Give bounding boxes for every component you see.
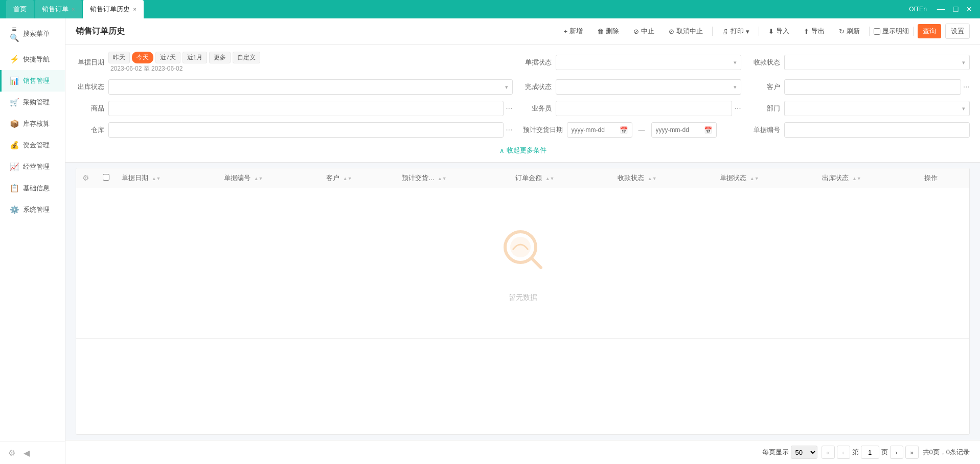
sidebar-item-finance-mgmt[interactable]: 💰 资金管理 [0, 135, 65, 156]
date-tag-yesterday[interactable]: 昨天 [108, 52, 130, 63]
outbound-sort-icon[interactable]: ▲▼ [852, 176, 861, 181]
completion-status-select[interactable]: ▾ [556, 79, 741, 95]
th-date-label: 单据日期 [122, 174, 148, 182]
order-no-label: 单据编号 [751, 125, 780, 135]
department-arrow: ▾ [962, 105, 965, 112]
tab-sales-order-history-label: 销售订单历史 [90, 5, 130, 14]
sidebar-settings-icon[interactable]: ⚙ [8, 448, 15, 458]
page-size-dropdown[interactable]: 50 10 20 100 [791, 446, 817, 459]
delivery-date-from[interactable]: 📅 [567, 122, 632, 138]
collapse-button[interactable]: ∧ 收起更多条件 [499, 146, 546, 155]
close-button[interactable]: × [964, 3, 974, 16]
print-label: 打印 [731, 27, 744, 36]
page-header: 销售订单历史 + 新增 🗑 删除 ⊘ 中止 ⊘ 取消中止 [65, 18, 980, 45]
customer-input[interactable] [784, 79, 961, 95]
basic-info-icon: 📋 [10, 184, 19, 193]
import-button[interactable]: ⬇ 导入 [763, 24, 794, 38]
select-all-checkbox[interactable] [103, 174, 109, 181]
order-status-sort-icon[interactable]: ▲▼ [750, 176, 759, 181]
cancel-stop-button[interactable]: ⊘ 取消中止 [664, 24, 708, 38]
department-select[interactable]: ▾ [784, 101, 970, 116]
customer-dots[interactable]: ··· [963, 82, 970, 92]
inventory-check-icon: 📦 [10, 119, 19, 128]
sidebar-item-sales-mgmt[interactable]: 📊 销售管理 [0, 70, 65, 92]
separator-2 [759, 27, 759, 36]
th-order-status: 单据状态 ▲▼ [714, 168, 816, 188]
tab-sales-order[interactable]: 销售订单 × [35, 0, 82, 18]
delivery-sort-icon[interactable]: ▲▼ [438, 176, 447, 181]
delete-button[interactable]: 🗑 删除 [592, 24, 624, 38]
date-tag-today[interactable]: 今天 [132, 52, 153, 63]
payment-sort-icon[interactable]: ▲▼ [648, 176, 657, 181]
date-tag-custom[interactable]: 自定义 [233, 52, 260, 63]
order-no-sort-icon[interactable]: ▲▼ [254, 176, 263, 181]
order-no-input[interactable] [784, 122, 970, 138]
query-button[interactable]: 查询 [918, 24, 941, 38]
last-page-button[interactable]: » [905, 446, 919, 459]
page-size-label: 每页显示 [762, 448, 789, 457]
filter-order-no: 单据编号 [751, 122, 970, 138]
refresh-button[interactable]: ↻ 刷新 [834, 24, 865, 38]
th-operation-label: 操作 [924, 174, 938, 182]
maximize-button[interactable]: □ [951, 4, 961, 15]
first-page-button[interactable]: « [822, 446, 835, 459]
sidebar-bottom: ⚙ ◀ [0, 441, 65, 464]
content-area: 销售订单历史 + 新增 🗑 删除 ⊘ 中止 ⊘ 取消中止 [65, 18, 980, 464]
calendar-to-icon[interactable]: 📅 [704, 126, 712, 134]
date-tag-last1m[interactable]: 近1月 [183, 52, 208, 63]
payment-status-select[interactable]: ▾ [784, 55, 970, 70]
date-tag-last7[interactable]: 近7天 [155, 52, 180, 63]
sidebar-item-quick-nav[interactable]: ⚡ 快捷导航 [0, 49, 65, 70]
warehouse-dots[interactable]: ··· [506, 125, 512, 135]
sidebar-collapse-icon[interactable]: ◀ [24, 448, 30, 458]
calendar-from-icon[interactable]: 📅 [620, 126, 628, 134]
tab-sales-order-close[interactable]: × [72, 6, 75, 12]
tab-sales-order-history-close[interactable]: × [133, 6, 136, 12]
stop-button[interactable]: ⊘ 中止 [628, 24, 659, 38]
settings-button[interactable]: 设置 [945, 24, 970, 39]
sidebar-item-search-menu[interactable]: ≡🔍 搜索菜单 [0, 18, 65, 49]
delivery-date-to[interactable]: 📅 [651, 122, 717, 138]
sidebar-item-basic-info[interactable]: 📋 基础信息 [0, 178, 65, 199]
print-button[interactable]: 🖨 打印 ▾ [717, 24, 755, 38]
customer-sort-icon[interactable]: ▲▼ [343, 176, 352, 181]
table-header-row: ⚙ 单据日期 ▲▼ 单据编号 ▲▼ [76, 168, 969, 188]
filter-customer: 客户 ··· [751, 79, 970, 95]
goods-input[interactable] [108, 101, 504, 116]
tab-sales-order-history[interactable]: 销售订单历史 × [83, 0, 143, 18]
amount-sort-icon[interactable]: ▲▼ [545, 176, 555, 181]
delivery-date-from-input[interactable] [572, 126, 618, 134]
goods-dots[interactable]: ··· [506, 104, 512, 113]
next-page-button[interactable]: › [890, 446, 903, 459]
order-status-select[interactable]: ▾ [556, 55, 741, 70]
sidebar-item-inventory-check[interactable]: 📦 库存核算 [0, 113, 65, 135]
display-toggle[interactable]: 显示明细 [874, 27, 909, 36]
new-button[interactable]: + 新增 [558, 24, 588, 38]
minimize-button[interactable]: — [935, 4, 947, 15]
salesperson-dots[interactable]: ··· [734, 104, 741, 113]
delivery-date-label: 预计交货日期 [523, 125, 563, 135]
sales-mgmt-icon: 📊 [10, 76, 19, 85]
svg-point-2 [510, 237, 531, 257]
tab-home[interactable]: 首页 [6, 0, 34, 18]
th-settings: ⚙ [76, 168, 97, 188]
total-info: 共0页，0条记录 [923, 448, 970, 457]
page-number-input[interactable] [861, 446, 879, 459]
sidebar-item-purchase-mgmt[interactable]: 🛒 采购管理 [0, 92, 65, 113]
delivery-date-to-input[interactable] [656, 126, 702, 134]
purchase-mgmt-icon: 🛒 [10, 98, 19, 107]
sidebar-item-quick-nav-label: 快捷导航 [23, 55, 50, 64]
finance-mgmt-icon: 💰 [10, 141, 19, 150]
outbound-status-select[interactable]: ▾ [108, 79, 513, 95]
sidebar-item-system-mgmt[interactable]: ⚙️ 系统管理 [0, 199, 65, 220]
date-sort-icon[interactable]: ▲▼ [152, 176, 161, 181]
prev-page-button[interactable]: ‹ [837, 446, 850, 459]
display-toggle-checkbox[interactable] [874, 28, 880, 35]
warehouse-input[interactable] [108, 122, 504, 138]
page-nav: « ‹ 第 页 › » [822, 446, 919, 459]
salesperson-input[interactable] [556, 101, 733, 116]
date-tag-more[interactable]: 更多 [209, 52, 231, 63]
gear-button[interactable]: ⚙ [82, 173, 89, 183]
sidebar-item-operations-mgmt[interactable]: 📈 经营管理 [0, 156, 65, 178]
export-button[interactable]: ⬆ 导出 [799, 24, 830, 38]
